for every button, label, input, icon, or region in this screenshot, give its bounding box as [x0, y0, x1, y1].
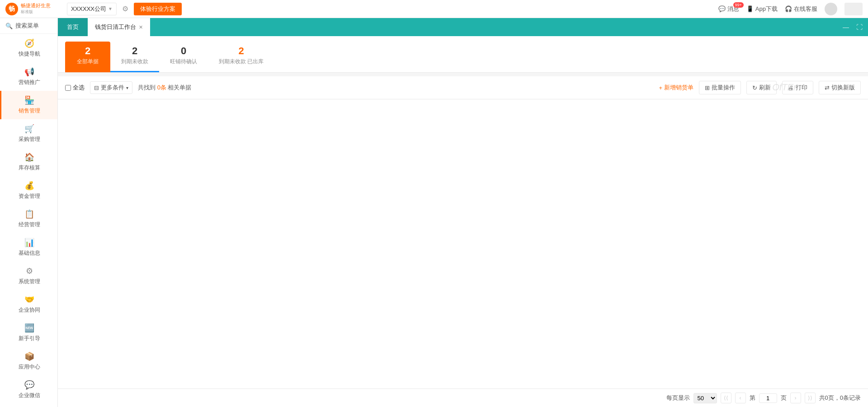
cooperation-label: 企业协同: [19, 306, 40, 314]
table-empty-area: [58, 99, 868, 388]
stat-tab-shipped[interactable]: 2 到期未收款 已出库: [208, 42, 274, 72]
marketing-label: 营销推广: [19, 79, 40, 86]
tab-cash-flow-label: 钱货日清工作台: [95, 23, 136, 31]
sidebar-item-inventory[interactable]: 🏠 库存核算: [0, 148, 57, 176]
sidebar-item-system[interactable]: ⚙ 系统管理: [0, 262, 57, 290]
inventory-icon: 🏠: [24, 152, 34, 162]
tab-home[interactable]: 首页: [58, 18, 88, 36]
stat-all-count: 2: [85, 45, 90, 57]
sidebar-item-operation[interactable]: 📋 经营管理: [0, 205, 57, 233]
stat-shipped-count: 2: [239, 45, 244, 57]
refresh-icon: ↻: [752, 84, 757, 91]
sidebar-item-sales[interactable]: 🏪 销售管理: [0, 91, 57, 119]
sidebar-item-app-center[interactable]: 📦 应用中心: [0, 347, 57, 375]
stat-pending-label: 旺铺待确认: [170, 58, 197, 65]
avatar[interactable]: [825, 3, 837, 15]
select-all-label[interactable]: 全选: [65, 84, 85, 92]
page-input[interactable]: [759, 393, 777, 403]
tab-cash-flow[interactable]: 钱货日清工作台 ✕: [88, 18, 150, 36]
tab-minimize-icon[interactable]: —: [841, 22, 851, 33]
system-icon: ⚙: [26, 266, 33, 276]
stat-tab-overdue[interactable]: 2 到期未收款: [110, 42, 159, 72]
main-content: 首页 钱货日清工作台 ✕ — ⛶ 2 全部单据 2 到期未收款: [58, 18, 868, 407]
online-service-btn[interactable]: 🎧 在线客服: [785, 5, 817, 13]
select-all-checkbox[interactable]: [65, 85, 71, 91]
page-size-select[interactable]: 50 20 100: [693, 393, 717, 403]
quick-nav-icon: 🧭: [24, 38, 34, 48]
pagination: 每页显示 50 20 100 ⟨⟨ ‹ 第 页 › ⟩⟩ 共0页，0条记录: [58, 388, 868, 407]
logo-text-block: 畅捷通好生意 标准版: [21, 3, 51, 14]
layout: 🔍 搜索菜单 🧭 快捷导航 📢 营销推广 🏪 销售管理 🛒 采购管理 🏠 库存核…: [0, 18, 868, 407]
logo-text: 畅捷通好生意: [21, 3, 51, 9]
switch-label: 切换新版: [831, 84, 855, 92]
purchase-icon: 🛒: [24, 124, 34, 134]
sidebar-item-basic-info[interactable]: 📊 基础信息: [0, 233, 57, 262]
batch-label: 批量操作: [712, 84, 735, 92]
company-selector[interactable]: XXXXXX公司 ▼: [67, 3, 117, 15]
sidebar-item-member[interactable]: 👑 畅会员: [0, 404, 57, 407]
cooperation-icon: 🤝: [24, 295, 34, 304]
app-center-label: 应用中心: [19, 363, 40, 371]
switch-version-btn[interactable]: ⇄ 切换新版: [819, 81, 861, 94]
stat-pending-count: 0: [181, 45, 186, 57]
app-download-btn[interactable]: 📱 App下载: [746, 5, 778, 13]
try-button[interactable]: 体验行业方案: [134, 3, 182, 15]
select-all-text: 全选: [73, 84, 85, 92]
sidebar: 🔍 搜索菜单 🧭 快捷导航 📢 营销推广 🏪 销售管理 🛒 采购管理 🏠 库存核…: [0, 18, 58, 407]
tab-maximize-icon[interactable]: ⛶: [854, 22, 864, 33]
count-suffix: 相关单据: [168, 84, 191, 91]
print-btn[interactable]: 🖨 打印: [782, 81, 813, 94]
filter-button[interactable]: ⊟ 更多条件 ▾: [90, 81, 132, 94]
stat-overdue-label: 到期未收款: [121, 58, 148, 65]
weixin-icon: 💬: [24, 380, 34, 390]
sidebar-item-marketing[interactable]: 📢 营销推广: [0, 62, 57, 91]
settings-icon[interactable]: ⚙: [120, 3, 130, 15]
page-label: 第: [750, 394, 755, 402]
newbie-label: 新手引导: [19, 335, 40, 342]
stat-overdue-count: 2: [132, 45, 137, 57]
print-icon: 🖨: [788, 84, 794, 91]
inventory-label: 库存核算: [19, 164, 40, 172]
toolbar-right: + 新增销货单 ⊞ 批量操作 ↻ 刷新 🖨 打印: [659, 81, 861, 94]
stat-tab-all[interactable]: 2 全部单据: [65, 42, 110, 72]
next-page-btn[interactable]: ›: [790, 393, 801, 403]
sidebar-item-cooperation[interactable]: 🤝 企业协同: [0, 290, 57, 318]
app-center-icon: 📦: [24, 351, 34, 361]
search-menu-item[interactable]: 🔍 搜索菜单: [0, 18, 57, 34]
new-btn-icon: +: [659, 84, 662, 91]
batch-icon: ⊞: [705, 84, 710, 91]
company-name: XXXXXX公司: [71, 5, 106, 13]
page-size-label: 每页显示: [666, 394, 690, 402]
prev-page-btn[interactable]: ‹: [735, 393, 746, 403]
system-label: 系统管理: [19, 278, 40, 285]
count-prefix: 共找到: [138, 84, 156, 91]
new-sales-btn[interactable]: + 新增销货单: [659, 84, 693, 92]
sidebar-item-newbie[interactable]: 🆕 新手引导: [0, 318, 57, 347]
batch-btn[interactable]: ⊞ 批量操作: [699, 81, 741, 94]
refresh-btn[interactable]: ↻ 刷新: [746, 81, 777, 94]
basic-info-icon: 📊: [24, 238, 34, 248]
company-dropdown-icon: ▼: [108, 6, 113, 11]
message-btn[interactable]: 💬 消息 99+: [718, 5, 739, 13]
last-page-btn[interactable]: ⟩⟩: [805, 393, 816, 403]
logo-badge: 标准版: [21, 9, 51, 15]
sidebar-item-finance[interactable]: 💰 资金管理: [0, 176, 57, 205]
online-service-label: 在线客服: [794, 5, 817, 13]
page-suffix: 页: [781, 394, 787, 402]
count-info: 共找到 0条 相关单据: [138, 84, 191, 92]
basic-info-label: 基础信息: [19, 249, 40, 257]
weixin-label: 企业微信: [19, 392, 40, 399]
stats-tabs: 2 全部单据 2 到期未收款 0 旺铺待确认 2 到期未收款 已出库: [58, 36, 868, 73]
app-download-icon: 📱: [746, 5, 754, 12]
header-right: 💬 消息 99+ 📱 App下载 🎧 在线客服: [718, 3, 863, 15]
stat-tab-pending[interactable]: 0 旺铺待确认: [159, 42, 208, 72]
tab-close-icon[interactable]: ✕: [139, 24, 143, 30]
user-menu[interactable]: [844, 3, 863, 15]
sidebar-item-weixin[interactable]: 💬 企业微信: [0, 375, 57, 404]
first-page-btn[interactable]: ⟨⟨: [721, 393, 731, 403]
sidebar-item-purchase[interactable]: 🛒 采购管理: [0, 119, 57, 148]
switch-icon: ⇄: [825, 84, 830, 91]
finance-label: 资金管理: [19, 192, 40, 200]
search-icon: 🔍: [5, 23, 13, 29]
sidebar-item-quick-nav[interactable]: 🧭 快捷导航: [0, 34, 57, 62]
